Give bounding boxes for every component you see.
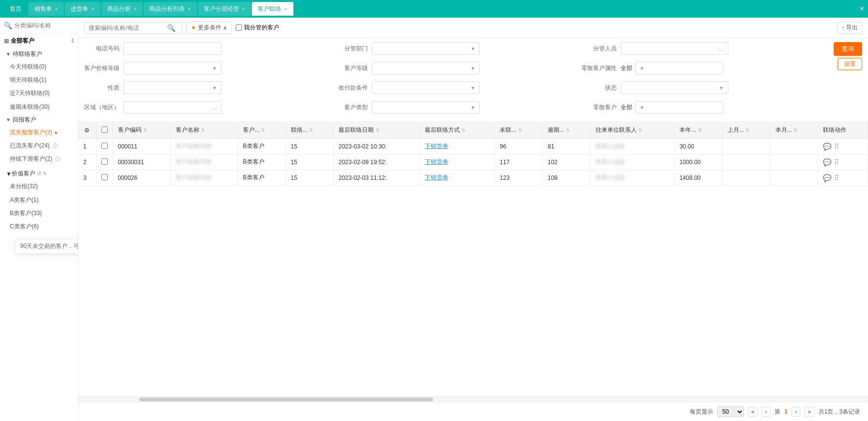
filter-select-status[interactable]: ▼ [621, 81, 728, 94]
next-page-button[interactable]: › [792, 407, 800, 417]
filter-select-price-level[interactable]: ▼ [123, 62, 221, 74]
th-contact[interactable]: 联络... ⇅ [286, 122, 334, 139]
th-this-year[interactable]: 本年... ⇅ [675, 122, 723, 139]
td-checkbox-1[interactable] [96, 154, 113, 170]
sidebar-item-a-class[interactable]: A类客户(1) [0, 194, 78, 207]
th-no-contact[interactable]: 未联... ⇅ [495, 122, 543, 139]
action-more-icon-1[interactable]: ⠿ [834, 158, 839, 166]
keep-down-info-icon: ⓘ [55, 156, 60, 162]
row-checkbox-2[interactable] [101, 174, 108, 180]
filter-select-scatter-customer[interactable]: ▼ [635, 101, 723, 114]
th-last-contact-date[interactable]: 最后联络日期 ⇅ [334, 122, 419, 139]
tab-customer-tier-close[interactable]: × [242, 6, 245, 12]
horizontal-scrollbar[interactable] [78, 396, 868, 402]
sidebar-item-loss-warning[interactable]: 流失预警客户(3) ● [0, 126, 78, 139]
more-filter-button[interactable]: ▼ 更多条件 ∧ [186, 22, 232, 34]
tab-goods-analysis[interactable]: 商品分析 × [101, 2, 143, 16]
search-button[interactable]: 🔍 [167, 24, 175, 32]
sidebar-item-already-lost[interactable]: 已流失客户(24) ⓘ [0, 139, 78, 152]
action-message-icon-2[interactable]: 💬 [823, 174, 831, 182]
td-last-contact-method-2[interactable]: 下销货单 [419, 170, 495, 186]
tab-home[interactable]: 首页 [4, 2, 27, 16]
tab-sales-close[interactable]: × [55, 6, 58, 12]
sidebar-item-today[interactable]: 今天待联络(0) [0, 60, 78, 74]
th-customer-code[interactable]: 客户编码 ⇅ [113, 122, 170, 139]
scroll-thumb[interactable] [139, 397, 433, 401]
tab-goods-analysis-list[interactable]: 商品分析列表 × [144, 2, 196, 16]
tab-goods-analysis-list-close[interactable]: × [188, 6, 191, 12]
sidebar-search-input[interactable] [14, 22, 63, 29]
sidebar: 🔍 ⊞ 全部客户 《 ▼ 待联络客户 今天待联络(0) 明天待联络(1) 近7天… [0, 18, 78, 421]
edit-icon[interactable]: ✎ [43, 171, 47, 177]
sidebar-item-overdue[interactable]: 逾期未联络(30) [0, 100, 78, 114]
page-size-select[interactable]: 50 100 200 [717, 406, 744, 417]
sidebar-item-7days[interactable]: 近7天待联络(0) [0, 87, 78, 100]
td-row-num-2: 3 [78, 170, 96, 186]
sidebar-item-unsorted[interactable]: 未分组(32) [0, 180, 78, 193]
action-more-icon-2[interactable]: ⠿ [834, 174, 839, 182]
td-last-contact-method-1[interactable]: 下销货单 [419, 154, 495, 170]
prev-page-button[interactable]: ‹ [762, 407, 771, 417]
chevron-up-icon: ∧ [223, 25, 227, 31]
action-more-icon-0[interactable]: ⠿ [834, 143, 839, 150]
my-customer-checkbox[interactable]: 我分管的客户 [236, 24, 279, 32]
th-last-contact-method[interactable]: 最后联络方式 ⇅ [419, 122, 495, 139]
td-checkbox-2[interactable] [96, 170, 113, 186]
filter-select-payment[interactable]: ▼ [372, 81, 480, 94]
filter-field-customer-level: 客户等级 ▼ [333, 62, 581, 74]
filter-select-dept[interactable]: ▼ [372, 42, 480, 55]
td-this-year-2: 1408.00 [675, 170, 723, 186]
tab-sales[interactable]: 销售单 × [28, 2, 64, 16]
sidebar-item-b-class[interactable]: B类客户(33) [0, 207, 78, 220]
th-customer-name[interactable]: 客户名称 ⇅ [170, 122, 238, 139]
tab-goods-analysis-close[interactable]: × [134, 6, 137, 12]
search-input[interactable] [89, 25, 167, 31]
export-button[interactable]: ↑ 导出 [837, 22, 862, 34]
td-checkbox-0[interactable] [96, 139, 113, 154]
sidebar-item-tomorrow[interactable]: 明天待联络(1) [0, 74, 78, 87]
first-page-button[interactable]: « [748, 407, 758, 417]
row-checkbox-1[interactable] [101, 158, 108, 165]
gear-settings-th[interactable]: ⚙ [78, 122, 96, 139]
filter-select-manager[interactable]: … [621, 42, 728, 55]
th-overdue[interactable]: 逾期... ⇅ [543, 122, 591, 139]
th-this-month[interactable]: 本月... ⇅ [770, 122, 818, 139]
sidebar-search-icon: 🔍 [4, 22, 12, 29]
filter-dots-region[interactable]: … [123, 101, 221, 114]
filter-input-phone[interactable] [123, 42, 221, 55]
filter-select-customer-type[interactable]: ▼ [372, 101, 480, 114]
row-checkbox-0[interactable] [101, 143, 108, 149]
filter-select-scatter-attr[interactable]: ▼ [635, 62, 723, 74]
sidebar-collapse-icon[interactable]: 《 [69, 37, 74, 45]
sidebar-search-area: 🔍 [0, 18, 78, 34]
tab-customer-link[interactable]: 客户联络 × [252, 2, 293, 16]
td-last-contact-method-0[interactable]: 下销货单 [419, 139, 495, 154]
filter-select-nature[interactable]: ▼ [123, 81, 221, 94]
query-button[interactable]: 查询 [834, 42, 862, 56]
th-customer-type[interactable]: 客户... ⇅ [238, 122, 286, 139]
tab-customer-tier[interactable]: 客户分层经营 × [198, 2, 251, 16]
th-unit-contact[interactable]: 往来单位联系人 ⇅ [590, 122, 674, 139]
sidebar-item-keep-down[interactable]: 持续下滑客户(2) ⓘ [0, 152, 78, 166]
sidebar-group-loss[interactable]: ▼ 回报客户 [0, 114, 78, 126]
settings-button[interactable]: 设置 [838, 58, 862, 70]
sidebar-all-customers[interactable]: ⊞ 全部客户 《 [0, 34, 78, 48]
refresh-icon[interactable]: ↺ [37, 171, 41, 177]
dots-icon-region: … [211, 104, 217, 111]
select-all-checkbox[interactable] [101, 126, 108, 133]
my-customer-checkbox-input[interactable] [236, 25, 242, 31]
scatter-customer-label-quanbu: 全部 [621, 103, 632, 112]
window-close-button[interactable]: × [860, 4, 864, 13]
action-message-icon-1[interactable]: 💬 [823, 158, 831, 166]
last-page-button[interactable]: » [804, 407, 815, 417]
tab-customer-link-close[interactable]: × [284, 6, 287, 12]
filter-select-customer-level[interactable]: ▼ [372, 62, 480, 74]
sidebar-item-c-class[interactable]: C类客户(6) [0, 220, 78, 233]
filter-row-1: 电话号码 分管部门 ▼ 分管人员 [84, 42, 830, 55]
tab-purchase[interactable]: 进货单 × [65, 2, 100, 16]
sidebar-group-pending[interactable]: ▼ 待联络客户 [0, 48, 78, 60]
th-last-month[interactable]: 上月... ⇅ [722, 122, 770, 139]
action-message-icon-0[interactable]: 💬 [823, 143, 831, 150]
sidebar-group-value[interactable]: ▼ 价值客户 ↺ ✎ [0, 168, 78, 180]
tab-purchase-close[interactable]: × [91, 6, 94, 12]
